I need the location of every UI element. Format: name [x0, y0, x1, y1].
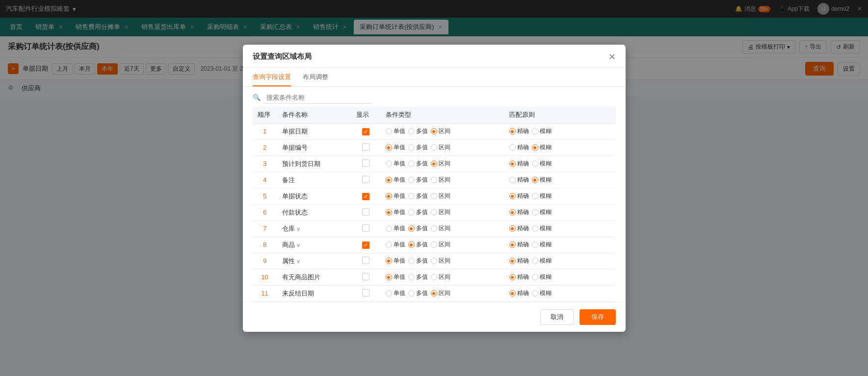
- tab-layout-label: 布局调整: [303, 73, 328, 81]
- modal-header: 设置查询区域布局 ✕: [243, 45, 626, 68]
- tab-query-fields-label: 查询字段设置: [253, 73, 291, 81]
- tab-layout[interactable]: 布局调整: [303, 68, 328, 86]
- search-input[interactable]: [263, 92, 371, 98]
- search-icon: 🔍: [253, 94, 261, 97]
- tab-query-fields[interactable]: 查询字段设置: [253, 68, 291, 86]
- settings-modal: 设置查询区域布局 ✕ 查询字段设置 布局调整 🔍 顺序 条件名称: [243, 45, 626, 98]
- modal-overlay: 设置查询区域布局 ✕ 查询字段设置 布局调整 🔍 顺序 条件名称: [0, 0, 868, 97]
- modal-tabs: 查询字段设置 布局调整: [243, 68, 626, 87]
- modal-close-button[interactable]: ✕: [608, 52, 616, 62]
- modal-search-area: 🔍: [243, 87, 626, 98]
- modal-title: 设置查询区域布局: [253, 52, 312, 61]
